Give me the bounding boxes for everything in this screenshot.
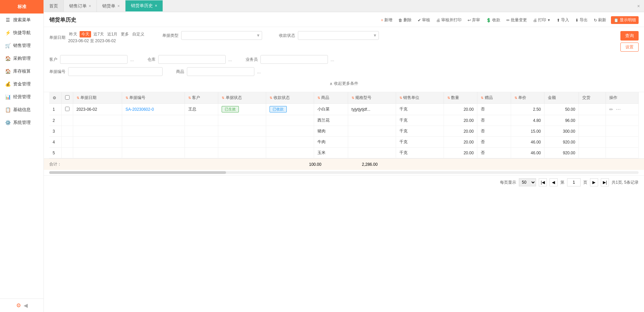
summary-values: 100.00 2,286.00 xyxy=(90,162,639,167)
col-checkbox[interactable] xyxy=(61,92,73,104)
print-btn[interactable]: 🖨 打印 ▼ xyxy=(532,17,552,24)
row-checkbox[interactable] xyxy=(61,115,73,126)
pay-status-filter-group: 收款状态 ▼ xyxy=(279,31,379,40)
sort-icon[interactable]: ⇅ xyxy=(514,96,517,100)
table-row: 5 玉米 千克 20.00 否 46.00 920.00 xyxy=(49,148,639,158)
sort-icon[interactable]: ⇅ xyxy=(270,96,272,100)
tab-sales-order-close[interactable]: × xyxy=(89,4,91,8)
filter-row-2: 客户 ... 仓库 ... 业务员 ... xyxy=(49,55,639,64)
new-btn[interactable]: + 新增 xyxy=(380,17,394,24)
abandon-btn[interactable]: ↩ 弃审 xyxy=(466,17,481,24)
tab-home[interactable]: 首页 xyxy=(44,0,64,12)
row-select[interactable] xyxy=(65,107,69,111)
row-price: 46.00 xyxy=(511,137,544,148)
staff-ellipsis[interactable]: ... xyxy=(331,57,334,62)
tab-sales-order[interactable]: 销售订单 × xyxy=(64,0,97,12)
next-page-btn[interactable]: ▶ xyxy=(590,178,598,186)
review-btn[interactable]: ✔ 审核 xyxy=(416,17,431,24)
prev-page-btn[interactable]: ◀ xyxy=(550,178,558,186)
customer-input[interactable] xyxy=(60,55,128,64)
delete-btn[interactable]: 🗑 删除 xyxy=(397,17,413,24)
page-size-select[interactable]: 50 100 200 xyxy=(519,178,536,186)
sort-icon[interactable]: ⇅ xyxy=(317,96,320,100)
query-button[interactable]: 查询 xyxy=(620,31,639,41)
sidebar-item-system[interactable]: ⚙️ 系统管理 xyxy=(0,116,44,129)
sort-icon[interactable]: ⇅ xyxy=(352,96,354,100)
row-checkbox[interactable] xyxy=(61,137,73,148)
doc-no-input[interactable] xyxy=(68,67,163,76)
type-filter-input[interactable] xyxy=(181,31,262,40)
more-icon[interactable]: ⋯ xyxy=(616,107,621,112)
date-opt-custom[interactable]: 自定义 xyxy=(131,31,145,37)
tab-sale-history-label: 销货单历史 xyxy=(131,3,153,9)
search-menu-icon: ☰ xyxy=(5,17,10,23)
sidebar-settings-icon[interactable]: ⚙ xyxy=(16,302,21,309)
select-all-checkbox[interactable] xyxy=(65,95,69,100)
export-btn[interactable]: ⬇ 导出 xyxy=(574,17,589,24)
collect-btn[interactable]: 💲 收款 xyxy=(485,17,502,24)
collapse-btn[interactable]: ∧ 收起更多条件 xyxy=(49,79,639,88)
product-input[interactable] xyxy=(187,67,254,76)
sidebar-item-label: 经营管理 xyxy=(13,94,31,100)
tab-sale-history[interactable]: 销货单历史 × xyxy=(125,0,163,12)
last-page-btn[interactable]: ▶| xyxy=(601,178,609,186)
quick-nav-icon: ⚡ xyxy=(5,30,10,35)
sidebar-item-business[interactable]: 📊 经营管理 xyxy=(0,90,44,103)
date-opt-more[interactable]: 更多 xyxy=(120,31,130,37)
tab-sale-slip-close[interactable]: × xyxy=(117,4,120,8)
first-page-btn[interactable]: |◀ xyxy=(539,178,547,186)
col-setting[interactable]: ⚙ xyxy=(49,92,61,104)
row-checkbox[interactable] xyxy=(61,104,73,115)
row-checkbox[interactable] xyxy=(61,148,73,158)
row-pay-status xyxy=(266,137,314,148)
chevron-up-icon: ∧ xyxy=(330,81,333,86)
sort-icon[interactable]: ⇅ xyxy=(222,96,224,100)
tab-bar-close-all[interactable]: × xyxy=(633,3,644,9)
sort-icon[interactable]: ⇅ xyxy=(481,96,483,100)
tab-sale-slip[interactable]: 销货单 × xyxy=(97,0,125,12)
sidebar-item-quick-nav[interactable]: ⚡ 快捷导航 xyxy=(0,26,44,39)
inventory-icon: 🏠 xyxy=(5,69,10,74)
row-amount: 96.00 xyxy=(544,115,579,126)
sidebar-item-label: 系统管理 xyxy=(13,120,31,126)
sort-icon[interactable]: ⇅ xyxy=(188,96,191,100)
sort-icon[interactable]: ⇅ xyxy=(399,96,402,100)
page-number-input[interactable] xyxy=(567,178,581,186)
row-doc-no: SA-20230602-0 xyxy=(122,104,185,115)
date-range-display: 2023-06-02 至 2023-06-02 xyxy=(68,38,145,44)
tab-sale-history-close[interactable]: × xyxy=(155,3,157,8)
batch-change-btn[interactable]: ✏ 批量变更 xyxy=(505,17,528,24)
sidebar-collapse-icon[interactable]: ◀ xyxy=(24,302,28,309)
customer-ellipsis[interactable]: ... xyxy=(130,57,134,62)
sidebar-item-sales[interactable]: 🛒 销售管理 xyxy=(0,39,44,52)
sidebar-item-inventory[interactable]: 🏠 库存核算 xyxy=(0,65,44,78)
sort-icon[interactable]: ⇅ xyxy=(77,96,79,100)
product-ellipsis[interactable]: ... xyxy=(257,69,261,74)
pay-status-input[interactable] xyxy=(298,31,379,40)
scrollbar-thumb[interactable] xyxy=(49,171,226,174)
warehouse-input[interactable] xyxy=(158,55,226,64)
sort-icon[interactable]: ⇅ xyxy=(125,96,128,100)
settings-button[interactable]: 设置 xyxy=(620,43,639,52)
edit-icon[interactable]: ✏ xyxy=(609,107,613,112)
sidebar-item-search-menu[interactable]: ☰ 搜索菜单 xyxy=(0,14,44,26)
sidebar-item-purchase[interactable]: 🏠 采购管理 xyxy=(0,52,44,65)
date-opt-today[interactable]: 今天 xyxy=(80,31,91,37)
sidebar-item-finance[interactable]: 💰 资金管理 xyxy=(0,78,44,90)
import-btn[interactable]: ⬆ 导入 xyxy=(555,17,570,24)
doc-no-link[interactable]: SA-20230602-0 xyxy=(125,107,154,112)
row-checkbox[interactable] xyxy=(61,126,73,137)
warehouse-ellipsis[interactable]: ... xyxy=(228,57,232,62)
filter-actions: 查询 设置 xyxy=(620,31,639,52)
review-print-btn[interactable]: 🖨 审核并打印 xyxy=(435,17,463,24)
date-opt-1month[interactable]: 近1月 xyxy=(106,31,119,37)
date-opt-7days[interactable]: 近7天 xyxy=(92,31,105,37)
sort-icon[interactable]: ⇅ xyxy=(447,96,450,100)
show-detail-btn[interactable]: 📋 显示明细 xyxy=(611,16,639,24)
setting-icon[interactable]: ⚙ xyxy=(53,96,56,100)
staff-input[interactable] xyxy=(260,55,328,64)
date-opt-yesterday[interactable]: 昨天 xyxy=(68,31,78,37)
refresh-btn[interactable]: ↻ 刷新 xyxy=(592,17,608,24)
sidebar-item-basic-info[interactable]: 📋 基础信息 xyxy=(0,103,44,116)
table-row: 2 西兰花 千克 20.00 否 4.80 96.00 xyxy=(49,115,639,126)
